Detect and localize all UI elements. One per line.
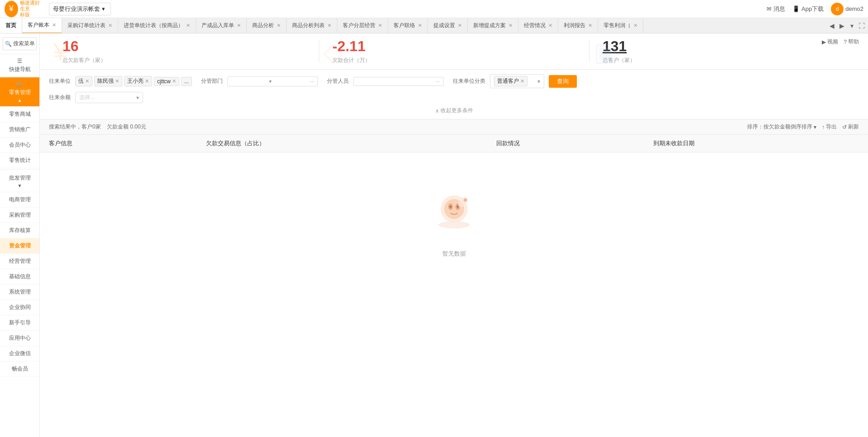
tab-close-icon[interactable]: ✕ [277, 23, 281, 28]
tab-next-button[interactable]: ▶ [837, 21, 846, 30]
tab-close-icon[interactable]: ✕ [108, 23, 112, 28]
tab-close-icon[interactable]: ✕ [378, 23, 382, 28]
sidebar-item-capital-mgmt[interactable]: 资金管理 [0, 238, 39, 254]
svg-point-6 [457, 206, 459, 208]
sidebar-item-vip[interactable]: 畅会员 [0, 361, 39, 377]
tab-close-icon[interactable]: ✕ [186, 23, 190, 28]
svg-point-5 [450, 206, 451, 208]
unit-type-select[interactable]: 普通客户 ✕ ▾ [490, 74, 544, 88]
svg-point-8 [464, 198, 467, 202]
unit-filter-label: 往来单位 [49, 77, 71, 85]
dept-select[interactable]: ▾ ··· [227, 76, 318, 86]
tab-new-promote[interactable]: 新增提成方案 ✕ [468, 18, 518, 33]
tab-purchase-order[interactable]: 采购订单统计表 ✕ [62, 18, 118, 33]
tab-stock-stat[interactable]: 进货单统计表（按商品） ✕ [118, 18, 196, 33]
help-button[interactable]: ? 帮助 [844, 38, 859, 46]
app-download-button[interactable]: 📱 App下载 [792, 5, 824, 13]
tab-accounts[interactable]: 客户账本 ✕ [22, 18, 62, 33]
balance-filter-label: 往来余额 [49, 94, 71, 101]
sidebar-item-enterprise-agreement[interactable]: 企业协同 [0, 300, 39, 315]
tab-profit-report[interactable]: 利润报告 ✕ [558, 18, 598, 33]
tab-operation[interactable]: 经营情况 ✕ [518, 18, 558, 33]
search-menu-button[interactable]: 🔍 搜索菜单 [3, 37, 37, 50]
tab-close-icon[interactable]: ✕ [237, 23, 241, 28]
tab-close-icon[interactable]: ✕ [458, 23, 462, 28]
stat-total-customers: ¥ 16 总欠款客户（家） [49, 33, 319, 69]
sort-button[interactable]: 排序：按欠款金额倒序排序 ▾ [747, 123, 816, 131]
filter-row-1: 往来单位 伍 ✕ 陈民强 ✕ 王小亮 ✕ [49, 74, 859, 88]
tab-cost-in[interactable]: 产成品入库单 ✕ [196, 18, 247, 33]
tab-close-icon[interactable]: ✕ [418, 23, 422, 28]
sidebar-item-marketing[interactable]: 营销推广 [0, 122, 39, 138]
tag-wangxiaoliang: 王小亮 ✕ [124, 76, 152, 86]
refresh-icon: ↺ [842, 124, 847, 130]
person-select[interactable]: ··· [353, 77, 444, 86]
unit-type-arrow-icon: ▾ [537, 78, 540, 85]
sidebar-item-retail-stats[interactable]: 零售统计 [0, 153, 39, 168]
sidebar-item-retail-mgmt[interactable]: 🛒 零售管理 ▲ [0, 77, 39, 107]
tag-close-wu[interactable]: ✕ [85, 78, 89, 84]
tab-customer-connect[interactable]: 客户联络 ✕ [388, 18, 428, 33]
logo: ¥ 畅捷通好生意 标版 [5, 0, 44, 18]
export-button[interactable]: ↑ 导出 [822, 123, 837, 131]
tab-close-icon[interactable]: ✕ [508, 23, 513, 28]
tag-chenminqiang: 陈民强 ✕ [94, 76, 122, 86]
stat-customers-label: 总欠款客户（家） [62, 57, 305, 64]
tab-close-icon[interactable]: ✕ [548, 23, 552, 28]
tab-close-icon[interactable]: ✕ [52, 22, 56, 28]
video-help-button[interactable]: ▶ 视频 [822, 38, 838, 46]
tab-promote-settings[interactable]: 提成设置 ✕ [428, 18, 468, 33]
results-bar: 搜索结果中，客户0家 欠款金额 0.00元 排序：按欠款金额倒序排序 ▾ ↑ 导… [40, 119, 868, 135]
data-table: 客户信息 欠款交易信息（占比） 回款情况 到期未收款日期 [40, 135, 868, 152]
message-button[interactable]: ✉ 消息 [767, 5, 785, 13]
empty-text: 暂无数据 [442, 250, 466, 258]
query-button[interactable]: 查询 [549, 75, 577, 88]
sidebar-item-app-center[interactable]: 应用中心 [0, 331, 39, 346]
user-profile[interactable]: d demo2 [831, 3, 863, 15]
col-debt-info: 欠款交易信息（占比） [197, 135, 487, 152]
stat-all-customers-label: 总客户（家） [603, 57, 845, 64]
tab-menu-button[interactable]: ▾ [847, 21, 856, 30]
tab-goods-analysis-list[interactable]: 商品分析列表 ✕ [287, 18, 337, 33]
tag-more[interactable]: ... [181, 77, 192, 86]
tab-close-icon[interactable]: ✕ [633, 23, 638, 28]
sidebar-item-new-user-guide[interactable]: 新手引导 [0, 315, 39, 331]
stat-all-customers-number: 131 [603, 38, 845, 54]
sidebar-item-batch-mgmt[interactable]: 批发管理 ▼ [0, 171, 39, 192]
play-icon: ▶ [822, 39, 826, 45]
tab-fullscreen-button[interactable]: ⛶ [857, 21, 866, 30]
sidebar-item-operation-mgmt[interactable]: 经营管理 [0, 254, 39, 269]
sidebar-item-ecommerce[interactable]: 电商管理 [0, 192, 39, 208]
tab-bar: 首页 客户账本 ✕ 采购订单统计表 ✕ 进货单统计表（按商品） ✕ 产成品入库单… [0, 18, 868, 33]
sidebar-item-member[interactable]: 会员中心 [0, 138, 39, 153]
org-selector[interactable]: 母婴行业演示帐套 ▾ [49, 3, 111, 15]
tag-cjttcw: cjttcw ✕ [154, 77, 179, 86]
sidebar-item-enterprise-wechat[interactable]: 企业微信 [0, 346, 39, 361]
sidebar-item-basic-info[interactable]: 基础信息 [0, 269, 39, 285]
tag-close-cjttcw[interactable]: ✕ [172, 78, 176, 84]
search-icon: 🔍 [5, 41, 12, 47]
sidebar-item-purchase-mgmt[interactable]: 采购管理 [0, 208, 39, 223]
sidebar-item-retail-shop[interactable]: 零售商城 [0, 107, 39, 122]
tag-close-chenminqiang[interactable]: ✕ [115, 78, 119, 84]
balance-select[interactable]: 选择... ▾ [75, 92, 143, 103]
tab-close-icon[interactable]: ✕ [588, 23, 592, 28]
tab-home[interactable]: 首页 [0, 18, 22, 33]
sidebar-item-system-mgmt[interactable]: 系统管理 [0, 285, 39, 300]
sidebar-item-quick-nav[interactable]: ☰ 快捷导航 [0, 54, 39, 77]
logo-text: 畅捷通好生意 标版 [20, 0, 44, 18]
tab-retail-profit[interactable]: 零售利润（ ✕ [598, 18, 643, 33]
mobile-icon: 📱 [792, 5, 800, 12]
tab-goods-analysis[interactable]: 商品分析 ✕ [247, 18, 287, 33]
collapse-button[interactable]: ∧ 收起更多条件 [49, 107, 859, 114]
refresh-button[interactable]: ↺ 刷新 [842, 123, 859, 131]
tag-close-wangxiaoliang[interactable]: ✕ [145, 78, 149, 84]
tab-prev-button[interactable]: ◀ [827, 21, 836, 30]
chevron-down-icon: ▾ [102, 5, 105, 12]
sidebar-item-stock-check[interactable]: 库存核算 [0, 223, 39, 238]
nav-icon: ☰ [17, 58, 22, 64]
unit-type-tag-close[interactable]: ✕ [520, 78, 524, 84]
tab-close-icon[interactable]: ✕ [327, 23, 331, 28]
stat-total-debt: ◇ -2.11 欠款合计（万） [319, 33, 589, 69]
tab-customer-tier[interactable]: 客户分层经营 ✕ [337, 18, 388, 33]
